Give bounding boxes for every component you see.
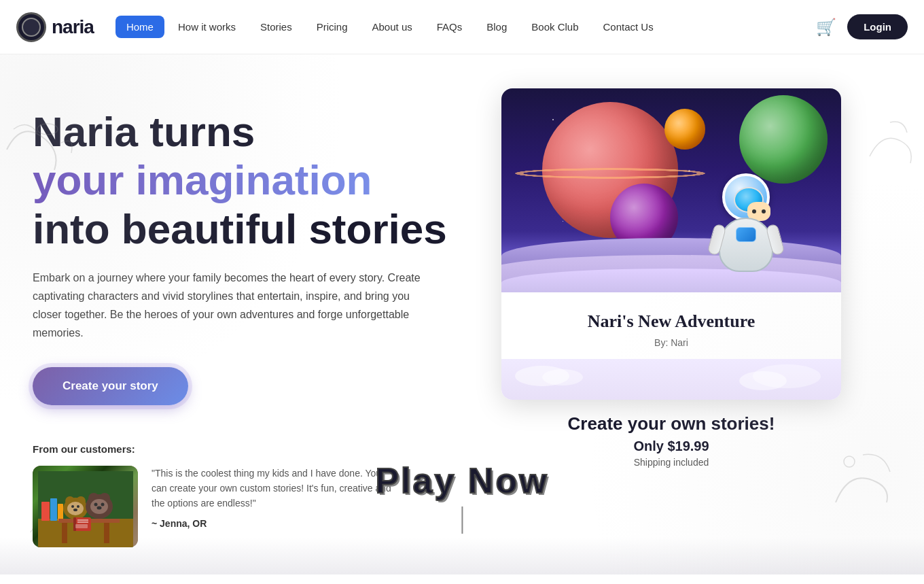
review-content: "This is the coolest thing my kids and I… [152, 466, 396, 529]
astronaut-arm-left [707, 223, 726, 256]
navbar: naria Home How it works Stories Pricing … [0, 0, 924, 54]
promo-title: Create your own stories! [501, 413, 841, 434]
svg-point-23 [97, 506, 102, 509]
play-now-text[interactable]: Play Now [375, 460, 548, 501]
moon-surface-3 [501, 269, 841, 292]
svg-rect-9 [104, 523, 109, 543]
card-cloud-2 [542, 369, 583, 385]
nav-links: Home How it works Stories Pricing About … [116, 16, 816, 38]
logo-text: naria [52, 16, 94, 38]
astronaut-arm-right [765, 223, 785, 256]
book-title: Nari's New Adventure [518, 311, 825, 332]
svg-point-0 [37, 124, 58, 135]
book-author: By: Nari [518, 337, 825, 348]
astronaut-body [719, 218, 773, 272]
book-card: Nari's New Adventure By: Nari [501, 88, 841, 400]
doodle-top-right [856, 116, 924, 179]
hero-title-line3: into beautiful stories [33, 205, 447, 252]
logo-icon [16, 12, 46, 42]
customer-image [33, 466, 138, 547]
svg-rect-4 [41, 502, 50, 521]
nav-book-club[interactable]: Book Club [520, 16, 589, 38]
moon-orange [664, 109, 705, 150]
planet-green [739, 95, 828, 184]
card-cloud-4 [739, 371, 787, 390]
promo-shipping: Shipping included [501, 457, 841, 468]
planet-ring [515, 168, 705, 179]
svg-point-1 [844, 456, 855, 467]
book-decoration [501, 359, 841, 400]
hero-description: Embark on a journey where your family be… [33, 269, 440, 343]
astronaut [712, 173, 780, 275]
nav-pricing[interactable]: Pricing [306, 16, 359, 38]
svg-point-22 [101, 502, 105, 506]
svg-rect-8 [62, 523, 67, 543]
hero-section: Naria turns your imagination into beauti… [0, 54, 924, 574]
astronaut-visor [734, 187, 764, 213]
customers-label: From our customers: [33, 443, 481, 455]
svg-point-21 [94, 502, 98, 506]
nav-faqs[interactable]: FAQs [426, 16, 474, 38]
review-author: ~ Jenna, OR [152, 518, 396, 529]
promo-price: Only $19.99 [501, 439, 841, 454]
nav-stories[interactable]: Stories [249, 16, 303, 38]
nav-right: 🛒 Login [816, 14, 908, 39]
nav-blog[interactable]: Blog [476, 16, 518, 38]
review-text: "This is the coolest thing my kids and I… [152, 466, 396, 511]
login-button[interactable]: Login [847, 14, 908, 39]
cart-icon[interactable]: 🛒 [816, 18, 836, 37]
astronaut-chest [736, 227, 756, 242]
hero-title: Naria turns your imagination into beauti… [33, 109, 481, 252]
book-info: Nari's New Adventure By: Nari [501, 292, 841, 400]
svg-point-15 [77, 505, 79, 508]
hero-title-line2: your imagination [33, 156, 372, 203]
book-cover [501, 88, 841, 292]
nav-home[interactable]: Home [116, 16, 164, 38]
astronaut-eye-left [752, 209, 756, 213]
svg-rect-25 [73, 517, 76, 531]
svg-rect-28 [75, 524, 88, 528]
svg-point-16 [73, 509, 77, 511]
nav-how-it-works[interactable]: How it works [167, 16, 247, 38]
nav-contact-us[interactable]: Contact Us [592, 16, 664, 38]
create-story-button[interactable]: Create your story [33, 367, 188, 405]
doodle-bottom-right [829, 448, 904, 520]
svg-point-14 [71, 505, 74, 508]
logo[interactable]: naria [16, 12, 94, 42]
play-now-section: Play Now [375, 460, 548, 534]
svg-rect-6 [58, 504, 63, 521]
doodle-top-left [0, 116, 82, 196]
promo-section: Create your own stories! Only $19.99 Shi… [501, 413, 841, 468]
astronaut-eyes [752, 209, 766, 213]
logo-inner-circle [22, 18, 41, 37]
hero-right: Nari's New Adventure By: Nari Create you… [495, 88, 848, 468]
astronaut-helmet [722, 173, 770, 221]
space-scene [501, 88, 841, 292]
play-now-line [461, 506, 463, 534]
nav-about-us[interactable]: About us [361, 16, 423, 38]
astronaut-eye-right [762, 209, 766, 213]
svg-rect-5 [50, 498, 57, 521]
